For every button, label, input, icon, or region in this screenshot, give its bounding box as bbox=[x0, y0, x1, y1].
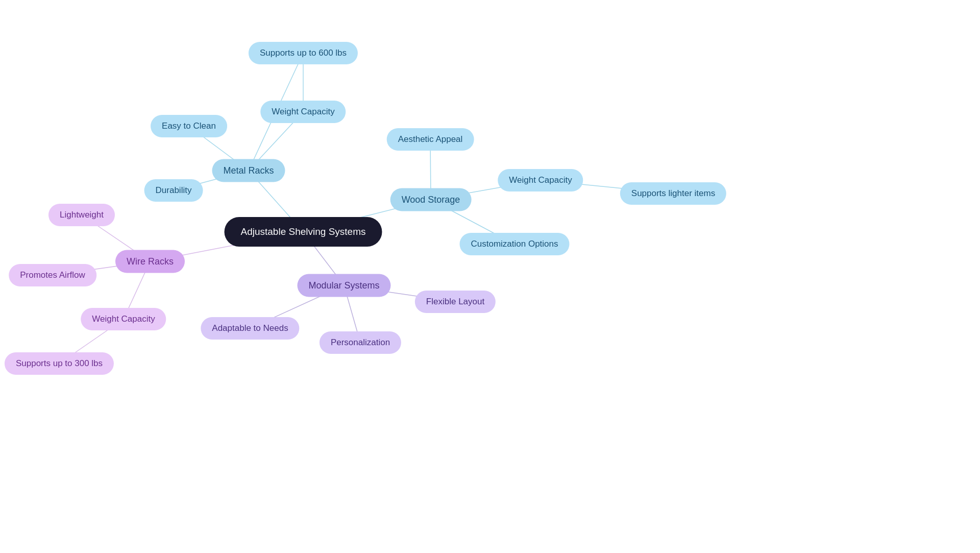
node-wood-storage[interactable]: Wood Storage bbox=[390, 188, 472, 211]
node-supports-600[interactable]: Supports up to 600 lbs bbox=[249, 42, 358, 64]
node-aesthetic-appeal[interactable]: Aesthetic Appeal bbox=[387, 128, 474, 151]
node-flexible-layout[interactable]: Flexible Layout bbox=[415, 291, 496, 313]
node-metal-racks[interactable]: Metal Racks bbox=[212, 159, 285, 182]
node-personalization[interactable]: Personalization bbox=[320, 331, 401, 354]
connections-svg bbox=[0, 0, 980, 553]
node-weight-capacity-wood[interactable]: Weight Capacity bbox=[498, 169, 583, 191]
node-adaptable-to-needs[interactable]: Adaptable to Needs bbox=[201, 317, 299, 340]
node-wire-racks[interactable]: Wire Racks bbox=[115, 250, 185, 273]
node-promotes-airflow[interactable]: Promotes Airflow bbox=[9, 264, 96, 286]
node-center[interactable]: Adjustable Shelving Systems bbox=[224, 217, 382, 247]
node-customization-options[interactable]: Customization Options bbox=[459, 233, 569, 255]
node-supports-300[interactable]: Supports up to 300 lbs bbox=[5, 352, 114, 375]
node-weight-capacity-wire[interactable]: Weight Capacity bbox=[81, 308, 166, 330]
node-supports-lighter[interactable]: Supports lighter items bbox=[620, 182, 726, 205]
node-modular-systems[interactable]: Modular Systems bbox=[297, 274, 390, 297]
node-lightweight[interactable]: Lightweight bbox=[48, 204, 115, 226]
node-weight-capacity-metal[interactable]: Weight Capacity bbox=[260, 101, 346, 123]
node-durability[interactable]: Durability bbox=[144, 179, 203, 202]
node-easy-to-clean[interactable]: Easy to Clean bbox=[151, 115, 227, 137]
mindmap-container: Adjustable Shelving Systems Metal Racks … bbox=[0, 0, 980, 553]
